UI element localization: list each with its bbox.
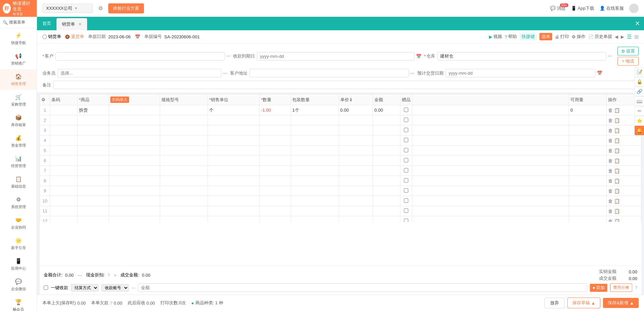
- salesman-input[interactable]: [58, 69, 221, 77]
- row-gift-7[interactable]: [400, 166, 412, 176]
- expected-date-input[interactable]: [446, 69, 596, 77]
- sidebar-item-quick-nav[interactable]: ⚡ 快捷导航: [0, 28, 37, 49]
- salesman-dots-icon[interactable]: ···: [223, 71, 227, 76]
- table-scroll[interactable]: ⚙ 条码 *商品 扫码录入 规格型号 *销售单位 *数量 包装数量 单价 ℹ 金…: [40, 94, 641, 222]
- row-product-3[interactable]: [77, 125, 109, 135]
- customer-input[interactable]: [55, 52, 225, 61]
- row-price-9[interactable]: [339, 186, 373, 196]
- row-copy-icon-2[interactable]: 📋: [614, 118, 620, 123]
- row-amount-1[interactable]: 0.00: [373, 105, 401, 115]
- row-qty-12[interactable]: [259, 216, 291, 222]
- row-price-7[interactable]: [339, 166, 373, 176]
- row-product-5[interactable]: [77, 146, 109, 156]
- row-unit-8[interactable]: [207, 176, 259, 186]
- expected-date-calendar-icon[interactable]: 📅: [597, 71, 602, 76]
- row-barcode-4[interactable]: [50, 135, 78, 146]
- row-copy-icon-7[interactable]: 📋: [614, 168, 620, 173]
- row-spec-9[interactable]: [160, 186, 207, 196]
- row-amount-12[interactable]: [373, 216, 401, 222]
- row-pkg-qty-7[interactable]: [291, 166, 339, 176]
- row-pkg-qty-10[interactable]: [291, 196, 339, 206]
- row-qty-11[interactable]: [259, 206, 291, 216]
- amount-input[interactable]: [138, 283, 587, 292]
- sidebar-item-purchase[interactable]: 🛒 采购管理: [0, 90, 37, 110]
- row-spec-11[interactable]: [160, 206, 207, 216]
- sidebar-item-business[interactable]: 📊 经营管理: [0, 151, 37, 172]
- rfb-edit[interactable]: 📝: [635, 67, 644, 77]
- row-qty-3[interactable]: [259, 125, 291, 135]
- row-spec-5[interactable]: [160, 146, 207, 156]
- row-product-4[interactable]: [77, 135, 109, 146]
- row-unit-11[interactable]: [207, 206, 259, 216]
- row-copy-icon-11[interactable]: 📋: [614, 208, 620, 214]
- sidebar-item-marketing[interactable]: 📢 营销推广: [0, 49, 37, 69]
- row-delete-icon-9[interactable]: 🗑: [608, 188, 613, 194]
- row-delete-icon-1[interactable]: 🗑: [608, 108, 613, 113]
- sidebar-item-inventory[interactable]: 📦 库存核算: [0, 110, 37, 131]
- topbar-gear-icon[interactable]: ⚙: [98, 5, 103, 11]
- online-service-btn[interactable]: 👤 在线客服: [600, 5, 624, 11]
- sidebar-item-finance[interactable]: 💰 资金管理: [0, 131, 37, 151]
- row-price-10[interactable]: [339, 196, 373, 206]
- add-button[interactable]: ● 添加: [590, 284, 607, 292]
- row-spec-3[interactable]: [160, 125, 207, 135]
- sidebar-item-member[interactable]: 🏆 畅会员: [0, 295, 37, 311]
- one-click-pay-checkbox[interactable]: [44, 285, 48, 290]
- date-calendar-icon[interactable]: 📅: [135, 34, 140, 39]
- row-delete-icon-8[interactable]: 🗑: [608, 178, 613, 184]
- row-delete-icon-2[interactable]: 🗑: [608, 118, 613, 123]
- row-amount-5[interactable]: [373, 146, 401, 156]
- row-price-2[interactable]: [339, 115, 373, 125]
- expense-btn[interactable]: 费用分摊: [610, 283, 632, 292]
- row-qty-5[interactable]: [259, 146, 291, 156]
- close-window-icon[interactable]: ✕: [631, 20, 644, 27]
- warehouse-dots-icon[interactable]: ···: [608, 53, 612, 59]
- row-price-11[interactable]: [339, 206, 373, 216]
- row-unit-6[interactable]: [207, 156, 259, 166]
- row-barcode-10[interactable]: [50, 196, 78, 206]
- nav-next-icon[interactable]: ▶: [621, 34, 624, 39]
- row-pkg-qty-8[interactable]: [291, 176, 339, 186]
- warehouse-input[interactable]: [437, 52, 606, 61]
- abandon-button[interactable]: 放弃: [544, 298, 565, 308]
- row-barcode-11[interactable]: [50, 206, 78, 216]
- row-copy-icon-5[interactable]: 📋: [614, 148, 620, 153]
- row-amount-10[interactable]: [373, 196, 401, 206]
- row-pkg-qty-5[interactable]: [291, 146, 339, 156]
- row-price-5[interactable]: [339, 146, 373, 156]
- row-copy-icon-8[interactable]: 📋: [614, 178, 620, 184]
- sidebar-search[interactable]: 🔍 搜索菜单: [0, 17, 37, 28]
- row-copy-icon-1[interactable]: 📋: [614, 108, 620, 113]
- row-price-4[interactable]: [339, 135, 373, 146]
- row-qty-6[interactable]: [259, 156, 291, 166]
- row-delete-icon-10[interactable]: 🗑: [608, 198, 613, 204]
- row-delete-icon-12[interactable]: 🗑: [608, 219, 613, 222]
- radio-return-input[interactable]: [65, 35, 70, 39]
- trial-btn[interactable]: 体验行业方案: [108, 3, 144, 13]
- row-product-9[interactable]: [77, 186, 109, 196]
- radio-sale[interactable]: 销货单: [42, 34, 61, 40]
- row-amount-9[interactable]: [373, 186, 401, 196]
- row-delete-icon-4[interactable]: 🗑: [608, 138, 613, 143]
- row-qty-1[interactable]: -1.00: [259, 105, 291, 115]
- row-delete-icon-11[interactable]: 🗑: [608, 208, 613, 214]
- message-btn[interactable]: 💬 消息 99+: [550, 5, 566, 11]
- row-unit-9[interactable]: [207, 186, 259, 196]
- row-qty-4[interactable]: [259, 135, 291, 146]
- logistics-button[interactable]: + 物流: [617, 57, 639, 66]
- row-pkg-qty-2[interactable]: [291, 115, 339, 125]
- row-barcode-2[interactable]: [50, 115, 78, 125]
- row-price-6[interactable]: [339, 156, 373, 166]
- rfb-link[interactable]: 🔗: [635, 87, 644, 96]
- row-barcode-7[interactable]: [50, 166, 78, 176]
- operate-action[interactable]: ⚙操作: [572, 34, 585, 40]
- row-gift-1[interactable]: [400, 105, 412, 115]
- due-date-input[interactable]: [257, 52, 414, 61]
- rfb-book[interactable]: 📖: [635, 96, 644, 106]
- row-amount-2[interactable]: [373, 115, 401, 125]
- row-delete-icon-3[interactable]: 🗑: [608, 128, 613, 133]
- tab-home[interactable]: 首页: [37, 17, 56, 30]
- row-product-1[interactable]: 拆货: [77, 105, 109, 115]
- customer-addr-dots-icon[interactable]: ···: [410, 71, 415, 76]
- account-dots-icon[interactable]: ···: [131, 285, 135, 290]
